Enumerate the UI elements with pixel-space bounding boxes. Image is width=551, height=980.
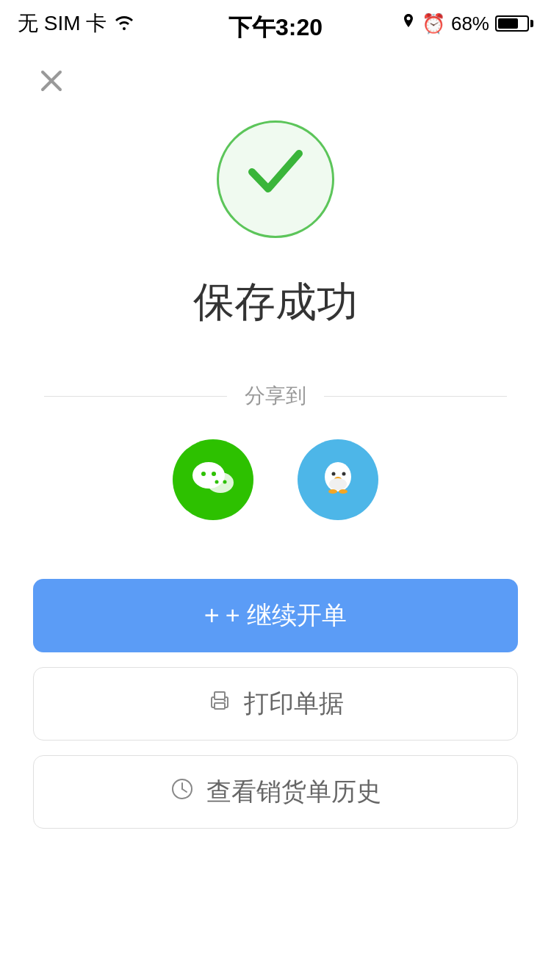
main-content: 保存成功 分享到 — [0, 47, 551, 829]
svg-point-6 — [215, 480, 219, 484]
status-bar: 无 SIM 卡 下午3:20 ⏰ 68% — [0, 0, 551, 47]
share-icons-row — [173, 439, 378, 520]
print-button[interactable]: 打印单据 — [33, 667, 518, 741]
clock-icon — [170, 777, 195, 807]
share-section: 分享到 — [0, 382, 551, 520]
plus-icon: + — [204, 600, 220, 631]
share-divider: 分享到 — [0, 382, 551, 410]
time-display: 下午3:20 — [228, 12, 323, 44]
history-button[interactable]: 查看销货单历史 — [33, 755, 518, 829]
action-buttons: + + 继续开单 打印单据 — [33, 579, 518, 829]
svg-point-7 — [223, 480, 227, 484]
battery-icon — [495, 15, 533, 32]
success-indicator — [217, 120, 334, 238]
svg-point-4 — [201, 472, 206, 476]
svg-rect-19 — [215, 703, 225, 709]
svg-point-16 — [339, 489, 347, 494]
svg-point-3 — [207, 472, 234, 493]
close-icon — [37, 66, 66, 96]
share-label: 分享到 — [227, 382, 324, 410]
print-icon — [207, 688, 232, 719]
qq-share-button[interactable] — [298, 439, 378, 520]
divider-right — [324, 396, 507, 397]
continue-label: + 继续开单 — [226, 599, 347, 633]
svg-point-11 — [332, 472, 336, 476]
carrier-info: 无 SIM 卡 — [18, 10, 134, 37]
svg-line-23 — [182, 789, 187, 792]
svg-point-14 — [329, 478, 347, 490]
wechat-share-button[interactable] — [173, 439, 253, 520]
print-label: 打印单据 — [244, 687, 344, 721]
svg-point-15 — [328, 489, 337, 494]
continue-button[interactable]: + + 继续开单 — [33, 579, 518, 652]
carrier-text: 无 SIM 卡 — [18, 10, 107, 37]
alarm-icon: ⏰ — [422, 12, 445, 35]
close-button[interactable] — [29, 59, 73, 103]
wifi-icon — [114, 12, 134, 35]
svg-point-20 — [224, 700, 226, 702]
history-label: 查看销货单历史 — [206, 775, 381, 809]
svg-point-12 — [342, 472, 346, 476]
svg-point-5 — [212, 472, 216, 476]
qq-icon — [314, 456, 361, 503]
checkmark-icon — [246, 146, 305, 207]
system-icons: ⏰ 68% — [401, 12, 533, 35]
location-icon — [401, 12, 416, 35]
wechat-icon — [188, 458, 238, 502]
svg-rect-18 — [215, 692, 225, 699]
battery-percent: 68% — [451, 12, 489, 35]
divider-left — [44, 396, 227, 397]
success-title: 保存成功 — [193, 275, 358, 331]
